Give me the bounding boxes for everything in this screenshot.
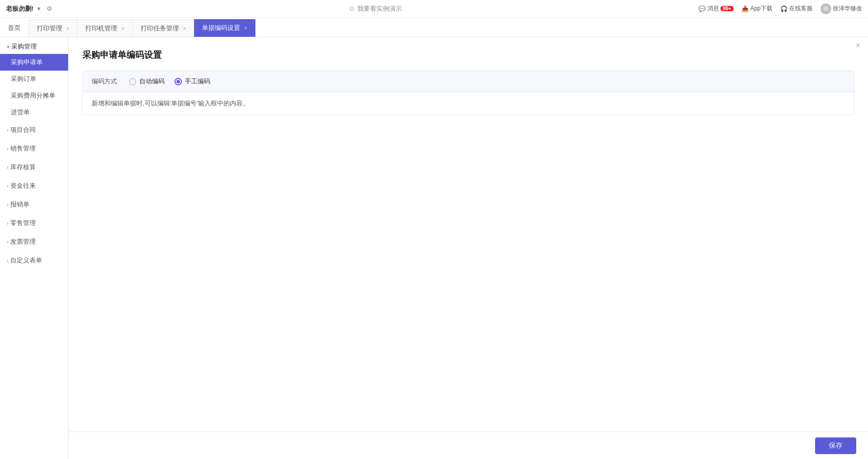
tab-encode-settings-label: 单据编码设置 xyxy=(202,24,240,32)
headset-icon xyxy=(780,5,788,12)
sidebar-group-purchase: ▾ 采购管理 采购申请单 采购订单 采购费用分摊单 进货单 xyxy=(0,37,68,121)
sidebar-item-label-purchase-request: 采购申请单 xyxy=(11,58,43,66)
sidebar-item-expense[interactable]: › 报销单 xyxy=(0,195,68,214)
content-area: 采购申请单编码设置 编码方式 自动编码 手工编码 xyxy=(69,37,868,137)
sidebar-group-label-purchase: 采购管理 xyxy=(11,42,37,51)
radio-auto-circle xyxy=(129,78,136,85)
sidebar-arrow-custom: › xyxy=(7,258,8,263)
sidebar-item-retail[interactable]: › 零售管理 xyxy=(0,214,68,232)
sidebar-label-inventory: 库存核算 xyxy=(10,163,36,172)
encode-label: 编码方式 xyxy=(92,77,117,86)
download-icon xyxy=(742,5,749,12)
sidebar-label-retail: 零售管理 xyxy=(10,219,36,228)
sidebar-item-invoice[interactable]: › 发票管理 xyxy=(0,232,68,251)
sidebar-arrow-invoice: › xyxy=(7,239,8,245)
tab-encode-settings-close[interactable]: × xyxy=(244,25,247,31)
demo-icon: ⊙ xyxy=(349,5,354,12)
message-badge: 99+ xyxy=(720,6,734,11)
sidebar-label-custom-form: 自定义表单 xyxy=(10,256,42,265)
radio-manual-circle xyxy=(174,78,182,85)
sidebar-label-expense: 报销单 xyxy=(10,200,29,209)
encode-section: 编码方式 自动编码 手工编码 新增和编辑单据时,可以编辑'单据编号'输入框中的内… xyxy=(82,71,854,115)
sidebar-item-sales[interactable]: › 销售管理 xyxy=(0,139,68,158)
radio-manual-code[interactable]: 手工编码 xyxy=(174,77,210,86)
sidebar-item-label-stock-in: 进货单 xyxy=(11,108,30,116)
demo-prompt[interactable]: 我要看实例演示 xyxy=(357,4,402,13)
app-download-label: App下载 xyxy=(750,4,772,13)
sidebar-arrow-retail: › xyxy=(7,221,8,226)
sidebar-label-sales: 销售管理 xyxy=(10,144,36,153)
gear-icon[interactable] xyxy=(47,5,52,12)
sidebar-item-purchase-expense[interactable]: 采购费用分摊单 xyxy=(0,87,68,104)
sidebar-item-label-purchase-order: 采购订单 xyxy=(11,75,36,82)
top-bar-right: 消息 99+ App下载 在线客服 徐 徐泽华修改 xyxy=(698,3,862,14)
page-close-button[interactable]: × xyxy=(856,41,860,50)
message-item[interactable]: 消息 99+ xyxy=(698,4,734,13)
dropdown-icon[interactable] xyxy=(37,5,41,12)
sidebar-item-finance[interactable]: › 资金往来 xyxy=(0,177,68,195)
tab-print-task-label: 打印任务管理 xyxy=(141,24,179,33)
sidebar-arrow-expense: › xyxy=(7,202,8,207)
radio-auto-label: 自动编码 xyxy=(139,77,165,86)
sidebar-label-invoice: 发票管理 xyxy=(10,237,36,246)
tab-encode-settings[interactable]: 单据编码设置 × xyxy=(194,19,255,37)
main-content: × 采购申请单编码设置 编码方式 自动编码 手工编码 xyxy=(69,37,868,459)
logo-text: 老板勿删! xyxy=(6,4,33,13)
top-bar-left: 老板勿删! xyxy=(6,4,52,13)
sidebar-arrow-project: › xyxy=(7,128,8,133)
sidebar-label-project-contract: 项目合同 xyxy=(10,126,36,134)
online-service-label: 在线客服 xyxy=(789,4,813,13)
sidebar-item-project-contract[interactable]: › 项目合同 xyxy=(0,121,68,139)
top-bar-center: ⊙ 我要看实例演示 xyxy=(349,4,402,13)
sidebar-group-arrow-purchase: ▾ xyxy=(7,44,9,50)
tab-home-label: 首页 xyxy=(8,24,21,32)
app-download-item[interactable]: App下载 xyxy=(742,4,772,13)
top-bar: 老板勿删! ⊙ 我要看实例演示 消息 99+ App下载 在线客服 徐 徐泽华修… xyxy=(0,0,868,18)
online-service-item[interactable]: 在线客服 xyxy=(780,4,813,13)
radio-manual-label: 手工编码 xyxy=(185,77,210,86)
tab-bar: 首页 打印管理 × 打印机管理 × 打印任务管理 × 单据编码设置 × xyxy=(0,18,868,37)
tab-printer-management-close[interactable]: × xyxy=(121,26,124,31)
hint-text: 新增和编辑单据时,可以编辑'单据编号'输入框中的内容。 xyxy=(83,92,854,115)
sidebar-item-stock-in[interactable]: 进货单 xyxy=(0,104,68,121)
sidebar-item-custom-form[interactable]: › 自定义表单 xyxy=(0,251,68,270)
tab-print-task-close[interactable]: × xyxy=(183,26,186,31)
sidebar-item-label-purchase-expense: 采购费用分摊单 xyxy=(11,92,55,99)
encode-header: 编码方式 自动编码 手工编码 xyxy=(83,71,854,92)
radio-auto-code[interactable]: 自动编码 xyxy=(129,77,165,86)
tab-printer-management-label: 打印机管理 xyxy=(85,24,117,33)
user-item[interactable]: 徐 徐泽华修改 xyxy=(820,3,862,14)
avatar: 徐 xyxy=(820,3,831,14)
footer: 保存 xyxy=(69,432,868,459)
sidebar: ▾ 采购管理 采购申请单 采购订单 采购费用分摊单 进货单 › 项目合同 › 销… xyxy=(0,37,69,459)
layout: ▾ 采购管理 采购申请单 采购订单 采购费用分摊单 进货单 › 项目合同 › 销… xyxy=(0,37,868,459)
tab-print-management[interactable]: 打印管理 × xyxy=(29,19,77,37)
sidebar-item-inventory[interactable]: › 库存核算 xyxy=(0,158,68,177)
sidebar-arrow-sales: › xyxy=(7,146,8,152)
message-label: 消息 xyxy=(707,4,719,13)
sidebar-item-purchase-order[interactable]: 采购订单 xyxy=(0,71,68,87)
tab-print-task[interactable]: 打印任务管理 × xyxy=(133,19,194,37)
sidebar-arrow-inventory: › xyxy=(7,165,8,170)
sidebar-group-title-purchase[interactable]: ▾ 采购管理 xyxy=(0,37,68,54)
message-icon xyxy=(698,5,706,12)
tab-printer-management[interactable]: 打印机管理 × xyxy=(77,19,132,37)
tab-print-management-close[interactable]: × xyxy=(66,26,69,31)
username: 徐泽华修改 xyxy=(833,4,862,13)
sidebar-label-finance: 资金往来 xyxy=(10,181,36,190)
tab-print-management-label: 打印管理 xyxy=(37,24,62,33)
sidebar-item-purchase-request[interactable]: 采购申请单 xyxy=(0,54,68,71)
tab-home[interactable]: 首页 xyxy=(0,19,29,37)
page-title: 采购申请单编码设置 xyxy=(82,49,854,61)
radio-group: 自动编码 手工编码 xyxy=(129,77,210,86)
sidebar-arrow-finance: › xyxy=(7,183,8,189)
save-button[interactable]: 保存 xyxy=(815,437,856,454)
